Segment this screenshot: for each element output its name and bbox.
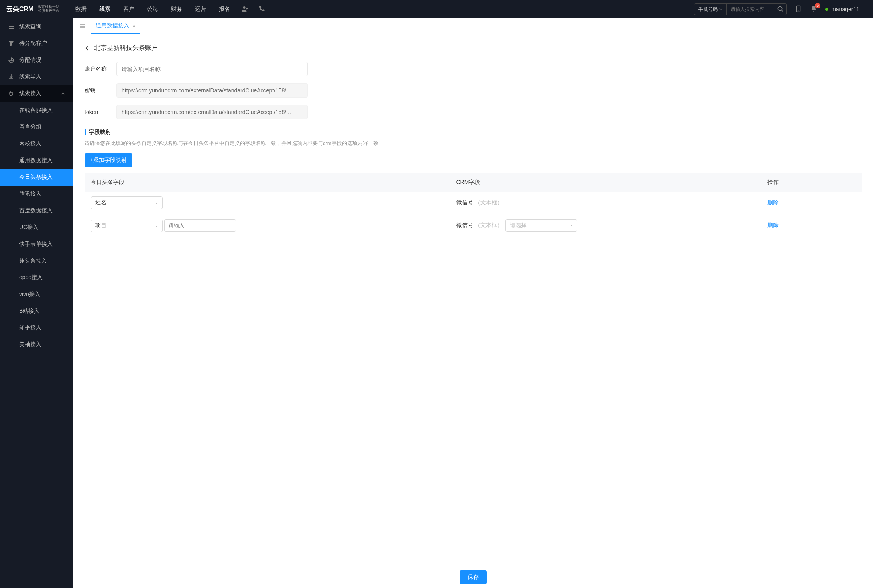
- tab-label: 通用数据接入: [96, 22, 129, 29]
- status-dot-icon: [825, 8, 828, 11]
- username: manager11: [831, 6, 859, 12]
- svg-point-3: [798, 10, 799, 11]
- user-menu[interactable]: manager11: [825, 6, 867, 12]
- sidebar-item-待分配客户[interactable]: 待分配客户: [0, 35, 73, 52]
- table-row: 姓名微信号（文本框）删除: [85, 192, 862, 214]
- save-button[interactable]: 保存: [460, 570, 487, 584]
- top-icons: [241, 5, 265, 14]
- back-icon[interactable]: [85, 45, 90, 51]
- sidebar-sub-vivo接入[interactable]: vivo接入: [0, 286, 73, 303]
- nav-客户[interactable]: 客户: [123, 6, 134, 13]
- sidebar-item-分配情况[interactable]: 分配情况: [0, 52, 73, 69]
- nav-数据[interactable]: 数据: [75, 6, 87, 13]
- tabbar: 通用数据接入 ×: [73, 18, 873, 34]
- chevron-down-icon: [154, 224, 158, 228]
- chevron-down-icon: [863, 7, 867, 11]
- search-box: 手机号码: [694, 3, 787, 15]
- top-bar: 云朵CRM 教育机构一站 式服务云平台 数据线索客户公海财务运营报名 手机号码 …: [0, 0, 873, 18]
- layout: 线索查询待分配客户分配情况线索导入线索接入在线客服接入留言分组网校接入通用数据接…: [0, 18, 873, 588]
- sidebar-item-线索导入[interactable]: 线索导入: [0, 69, 73, 85]
- search-icon: [777, 6, 784, 13]
- input-token[interactable]: [116, 105, 308, 119]
- svg-rect-4: [9, 25, 14, 25]
- delete-link[interactable]: 删除: [767, 199, 779, 206]
- filter-icon: [8, 40, 14, 47]
- notification-badge: 5: [815, 3, 820, 8]
- logo: 云朵CRM 教育机构一站 式服务云平台: [6, 5, 59, 14]
- delete-link[interactable]: 删除: [767, 222, 779, 228]
- mapping-table: 今日头条字段CRM字段操作 姓名微信号（文本框）删除项目 微信号（文本框） 请选…: [85, 173, 862, 237]
- page-title: 北京昱新科技头条账户: [94, 44, 158, 52]
- nav-线索[interactable]: 线索: [99, 6, 110, 13]
- sidebar-sub-留言分组[interactable]: 留言分组: [0, 119, 73, 135]
- sidebar-sub-UC接入[interactable]: UC接入: [0, 219, 73, 236]
- content: 北京昱新科技头条账户 账户名称 密钥 token 字段映射 请确保您在此填写的头…: [73, 34, 873, 588]
- plug-icon: [8, 90, 14, 97]
- sidebar-sub-美柚接入[interactable]: 美柚接入: [0, 336, 73, 353]
- form-row-account-name: 账户名称: [85, 62, 862, 76]
- footer-bar: 保存: [73, 566, 873, 588]
- nav-公海[interactable]: 公海: [147, 6, 158, 13]
- chevron-down-icon: [719, 8, 722, 11]
- sidebar-sub-oppo接入[interactable]: oppo接入: [0, 269, 73, 286]
- chevron-up-icon: [61, 91, 65, 96]
- sidebar-sub-知乎接入[interactable]: 知乎接入: [0, 319, 73, 336]
- sidebar-sub-百度数据接入[interactable]: 百度数据接入: [0, 202, 73, 219]
- user-add-icon[interactable]: [241, 5, 248, 14]
- nav-报名[interactable]: 报名: [219, 6, 230, 13]
- svg-point-1: [778, 6, 782, 11]
- section-hint: 请确保您在此填写的头条自定义字段名称与在今日头条平台中自定义的字段名称一致，并且…: [85, 140, 862, 147]
- mobile-icon[interactable]: [795, 5, 802, 14]
- sidebar-sub-腾讯接入[interactable]: 腾讯接入: [0, 186, 73, 202]
- tt-field-select[interactable]: 项目: [91, 220, 163, 232]
- form-row-secret: 密钥: [85, 83, 862, 98]
- sidebar-sub-趣头条接入[interactable]: 趣头条接入: [0, 253, 73, 269]
- table-row: 项目 微信号（文本框） 请选择删除: [85, 214, 862, 237]
- sidebar-sub-B站接入[interactable]: B站接入: [0, 303, 73, 319]
- label-secret: 密钥: [85, 87, 108, 94]
- tab-close-icon[interactable]: ×: [132, 23, 136, 29]
- search-button[interactable]: [775, 3, 786, 15]
- sidebar-sub-快手表单接入[interactable]: 快手表单接入: [0, 236, 73, 253]
- tt-field-select[interactable]: 姓名: [91, 196, 163, 209]
- input-account-name[interactable]: [116, 62, 308, 76]
- input-secret[interactable]: [116, 83, 308, 98]
- crm-field-select[interactable]: 请选择: [505, 219, 577, 232]
- menu-icon: [79, 24, 85, 29]
- col-2: 操作: [761, 173, 862, 192]
- label-account-name: 账户名称: [85, 65, 108, 73]
- section-header-mapping: 字段映射: [85, 129, 862, 136]
- add-mapping-button[interactable]: +添加字段映射: [85, 153, 132, 167]
- label-token: token: [85, 109, 108, 115]
- sidebar-item-线索接入[interactable]: 线索接入: [0, 85, 73, 102]
- tab-active[interactable]: 通用数据接入 ×: [91, 18, 140, 34]
- sidebar-sub-在线客服接入[interactable]: 在线客服接入: [0, 102, 73, 119]
- pie-icon: [8, 57, 14, 63]
- tt-extra-input[interactable]: [164, 219, 236, 232]
- crm-field-label: 微信号（文本框）: [456, 222, 503, 228]
- search-selector[interactable]: 手机号码: [694, 4, 727, 15]
- top-nav: 数据线索客户公海财务运营报名: [75, 6, 230, 13]
- form-row-token: token: [85, 105, 862, 119]
- sidebar-item-线索查询[interactable]: 线索查询: [0, 18, 73, 35]
- svg-point-0: [243, 6, 246, 9]
- section-title: 字段映射: [89, 129, 111, 136]
- svg-rect-6: [9, 28, 14, 29]
- chevron-down-icon: [569, 223, 573, 227]
- sidebar-sub-今日头条接入[interactable]: 今日头条接入: [0, 169, 73, 186]
- phone-icon[interactable]: [258, 5, 265, 14]
- nav-运营[interactable]: 运营: [195, 6, 206, 13]
- import-icon: [8, 74, 14, 80]
- col-1: CRM字段: [450, 173, 761, 192]
- logo-subtitle: 教育机构一站 式服务云平台: [35, 5, 59, 13]
- bell-icon[interactable]: 5: [810, 5, 817, 14]
- sidebar-sub-通用数据接入[interactable]: 通用数据接入: [0, 152, 73, 169]
- main: 通用数据接入 × 北京昱新科技头条账户 账户名称 密钥 token: [73, 18, 873, 588]
- tab-menu-button[interactable]: [77, 21, 88, 32]
- section-bar-icon: [85, 129, 86, 135]
- search-input[interactable]: [727, 6, 775, 12]
- nav-财务[interactable]: 财务: [171, 6, 182, 13]
- sidebar-sub-网校接入[interactable]: 网校接入: [0, 135, 73, 152]
- crm-field-label: 微信号（文本框）: [456, 199, 503, 206]
- logo-brand: 云朵CRM: [6, 5, 33, 14]
